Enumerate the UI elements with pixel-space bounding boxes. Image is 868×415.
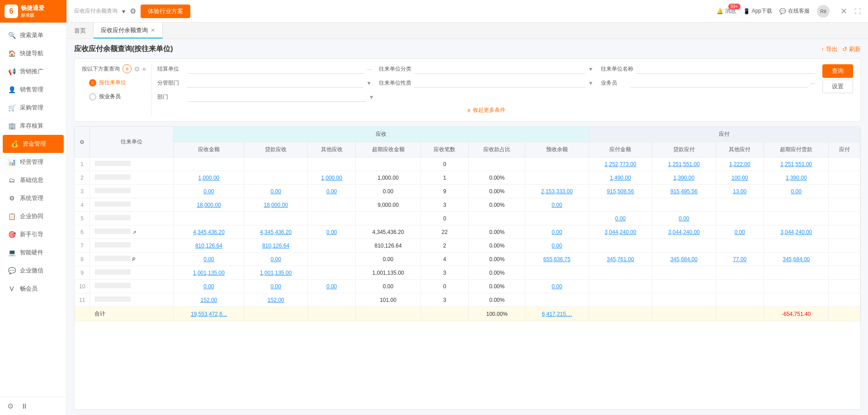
- salesperson-input[interactable]: [631, 78, 808, 88]
- tab-home[interactable]: 首页: [67, 23, 94, 38]
- tab-close-icon[interactable]: ✕: [151, 27, 155, 33]
- logo-icon: 6: [5, 5, 18, 18]
- table-row: 7 810,126.64 810,126.64 810,126.64 2 0.0…: [75, 239, 860, 253]
- sidebar-item-guide[interactable]: 🎯 新手引导: [0, 225, 66, 243]
- sidebar-nav: 🔍 搜索菜单 🏠 快捷导航 📢 营销推广 👤 销售管理 🛒 采购管理 🏢 库存核…: [0, 23, 66, 397]
- sidebar-item-hardware[interactable]: 💻 智能硬件: [0, 243, 66, 262]
- query-button[interactable]: 查询: [822, 64, 853, 78]
- col-payable-group-header: 应付: [589, 127, 860, 142]
- scheme-selector: 按以下方案查询 + ⊙ « ⊙ 按往来单位 按业务员: [82, 64, 152, 116]
- header-gear-icon[interactable]: ⚙: [130, 7, 136, 15]
- col-rec-count-header: 应收笔数: [420, 142, 468, 157]
- footer-rec-ratio: 100.00%: [469, 307, 525, 321]
- footer-pay-total: -654,751.40: [764, 307, 829, 321]
- collapse-icon[interactable]: ⏸: [21, 402, 28, 410]
- header-left: 应收应付余额查询 ▾ ⚙ 体验行业方案: [74, 5, 717, 18]
- finance-icon: 💰: [10, 139, 19, 148]
- unit-name-field: 往来单位名称: [601, 64, 815, 74]
- wechat-icon: 💬: [7, 266, 16, 275]
- table-row: 5 0 0.00 0.00: [75, 212, 860, 225]
- add-scheme-button[interactable]: +: [123, 64, 132, 73]
- sidebar-item-marketing[interactable]: 📢 营销推广: [0, 62, 66, 81]
- app-icon: 📱: [743, 8, 750, 14]
- filter-fields: 结算单位 ··· 往来单位分类 ▼ 往来单位名称: [157, 64, 815, 116]
- sidebar-item-search[interactable]: 🔍 搜索菜单: [0, 26, 66, 44]
- main-content: 应收应付余额查询(按往来单位) ↑ 导出 ↺ 刷新 按以下方案查询: [67, 39, 868, 415]
- col-other-pay-header: 其他应付: [716, 142, 764, 157]
- unit-name-input[interactable]: [636, 64, 815, 74]
- page-header: 应收应付余额查询(按往来单位) ↑ 导出 ↺ 刷新: [74, 44, 861, 54]
- unit-nature-dropdown-icon[interactable]: ▼: [588, 80, 594, 86]
- settlement-unit-dots[interactable]: ···: [367, 66, 372, 72]
- table-row: 9 1,001,135.00 1,001,135.00 1,001,135.00…: [75, 266, 860, 280]
- collapse-more-button[interactable]: ∧ 收起更多条件: [465, 105, 507, 116]
- sidebar-item-cooperation[interactable]: 📋 企业协同: [0, 207, 66, 225]
- unit-nature-field: 往来单位性质 ▼: [379, 78, 593, 88]
- footer-advance-total[interactable]: 6,417,215....: [525, 307, 589, 321]
- header-right: 🔔 消息 99+ 📱 App下载 💬 在线客服 Rit ✕ ⛶: [717, 5, 861, 18]
- maximize-icon[interactable]: ⛶: [854, 8, 861, 15]
- page-container: 应收应付余额查询(按往来单位) ↑ 导出 ↺ 刷新 按以下方案查询: [67, 39, 868, 415]
- sidebar-item-quicknav[interactable]: 🏠 快捷导航: [0, 44, 66, 62]
- notice-button[interactable]: 🔔 消息 99+: [717, 7, 736, 15]
- query-buttons: 查询 设置: [822, 64, 853, 116]
- manage-dept-dropdown-icon[interactable]: ▼: [366, 80, 372, 86]
- unit-category-dropdown-icon[interactable]: ▼: [588, 66, 594, 72]
- sidebar-logo: 6 畅捷通爱 标准版: [0, 0, 66, 23]
- settlement-unit-input[interactable]: [187, 64, 364, 74]
- dept-dropdown-icon[interactable]: ▼: [369, 94, 374, 100]
- unit-category-input[interactable]: [414, 64, 585, 74]
- salesperson-dots[interactable]: ···: [811, 80, 815, 86]
- filter-schemes: ⊙ 按往来单位 按业务员: [85, 77, 146, 102]
- page-actions: ↑ 导出 ↺ 刷新: [821, 45, 861, 53]
- data-table: ⚙ 往来单位 应收 应付 应收金额 贷款应收 其他应收 超期应收金额 应收笔数 …: [75, 127, 860, 321]
- table-row: 11 152.00 152.00 101.00 3 0.00%: [75, 293, 860, 307]
- online-service-button[interactable]: 💬 在线客服: [779, 7, 810, 15]
- footer-rec-total[interactable]: 19,553,472,6...: [174, 307, 244, 321]
- sidebar-item-finance[interactable]: 💰 资金管理: [3, 135, 64, 153]
- industry-solution-button[interactable]: 体验行业方案: [141, 5, 190, 18]
- app-download-button[interactable]: 📱 App下载: [743, 7, 772, 15]
- col-other-rec-header: 其他应收: [307, 142, 355, 157]
- table-row: 1 0 1,252,773.00 1,251,551.00 1,222.00 1…: [75, 157, 860, 171]
- col-settings-header[interactable]: ⚙: [75, 127, 90, 157]
- unit-nature-input[interactable]: [414, 78, 585, 88]
- tab-balance[interactable]: 应收应付余额查询 ✕: [94, 23, 163, 38]
- sidebar-item-operation[interactable]: 📊 经营管理: [0, 153, 66, 171]
- settings-scheme-icon[interactable]: ⊙: [134, 65, 140, 72]
- manage-dept-input[interactable]: [187, 78, 364, 88]
- bell-icon: 🔔: [717, 8, 723, 14]
- col-loan-rec-header: 贷款应收: [244, 142, 307, 157]
- manage-dept-field: 分管部门 ▼: [157, 78, 372, 88]
- hardware-icon: 💻: [7, 248, 16, 257]
- sidebar-item-basic[interactable]: 🗂 基础信息: [0, 171, 66, 189]
- chevron-up-icon: ∧: [467, 107, 471, 114]
- refresh-button[interactable]: ↺ 刷新: [842, 45, 861, 53]
- quicknav-icon: 🏠: [7, 49, 16, 58]
- sidebar-item-system[interactable]: ⚙ 系统管理: [0, 189, 66, 207]
- dept-input[interactable]: [187, 92, 366, 102]
- cooperation-icon: 📋: [7, 212, 16, 221]
- scheme-by-staff[interactable]: 按业务员: [85, 91, 146, 102]
- sidebar-item-purchase[interactable]: 🛒 采购管理: [0, 99, 66, 117]
- basic-icon: 🗂: [7, 176, 16, 185]
- scheme-by-unit[interactable]: ⊙ 按往来单位: [85, 77, 146, 88]
- salesperson-field: 业务员 ···: [601, 78, 815, 88]
- marketing-icon: 📢: [7, 67, 16, 76]
- sidebar-item-wechat[interactable]: 💬 企业微信: [0, 262, 66, 280]
- settings-icon[interactable]: ⚙: [7, 402, 14, 410]
- sidebar-bottom: ⚙ ⏸: [0, 397, 66, 415]
- user-menu[interactable]: Rit: [817, 5, 830, 18]
- export-button[interactable]: ↑ 导出: [821, 45, 838, 53]
- sidebar-item-member[interactable]: V 畅会员: [0, 280, 66, 298]
- setting-button[interactable]: 设置: [822, 80, 853, 93]
- collapse-scheme-icon[interactable]: «: [142, 65, 146, 72]
- breadcrumb-dropdown-icon[interactable]: ▾: [122, 8, 125, 15]
- table-row: 6 ↗ 4,345,436.20 4,345,436.20 0.00 4,345…: [75, 225, 860, 239]
- inventory-icon: 🏢: [7, 121, 16, 130]
- close-icon[interactable]: ✕: [840, 6, 847, 16]
- sidebar: 6 畅捷通爱 标准版 🔍 搜索菜单 🏠 快捷导航 📢 营销推广 👤 销售管理 🛒…: [0, 0, 67, 415]
- sidebar-item-sales[interactable]: 👤 销售管理: [0, 81, 66, 99]
- header-breadcrumb: 应收应付余额查询: [74, 7, 118, 15]
- sidebar-item-inventory[interactable]: 🏢 库存核算: [0, 117, 66, 135]
